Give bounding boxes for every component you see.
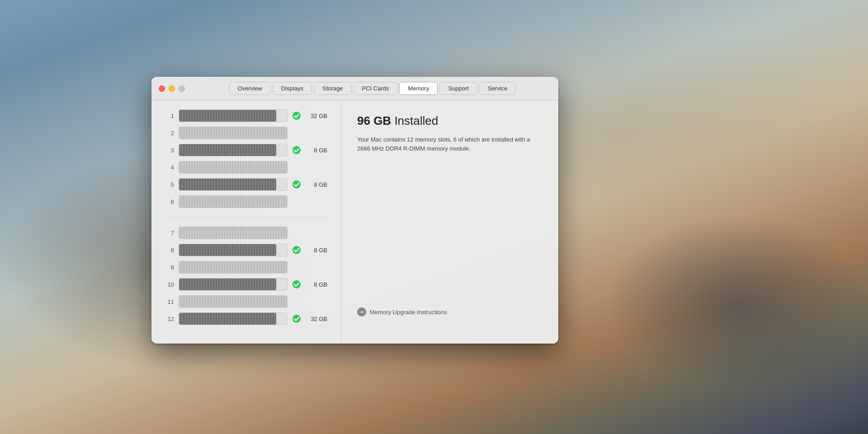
- memory-upgrade-link[interactable]: ➞ Memory Upgrade Instructions: [357, 307, 447, 316]
- slot-number-12: 12: [165, 316, 174, 322]
- svg-point-0: [292, 112, 301, 120]
- system-information-window: OverviewDisplaysStoragePCI CardsMemorySu…: [151, 77, 558, 344]
- slot-size-4: —: [306, 164, 327, 171]
- memory-slot-8: 8 8 GB: [165, 244, 327, 256]
- tab-support[interactable]: Support: [439, 82, 477, 95]
- slot-bar-7: [179, 226, 288, 239]
- slot-size-7: —: [306, 230, 327, 236]
- memory-slot-6: 6—: [165, 195, 327, 208]
- memory-slot-4: 4—: [165, 161, 327, 174]
- memory-slot-9: 9—: [165, 261, 327, 274]
- memory-total-heading: 96 GB Installed: [357, 114, 542, 128]
- upgrade-link-label: Memory Upgrade Instructions: [370, 309, 447, 316]
- slot-checkmark-12: [292, 314, 301, 323]
- tab-service[interactable]: Service: [479, 82, 516, 95]
- slot-bar-2: [179, 127, 288, 139]
- slot-checkmark-1: [292, 111, 301, 120]
- slot-number-10: 10: [165, 281, 174, 288]
- tab-overview[interactable]: Overview: [229, 82, 271, 95]
- slot-size-5: 8 GB: [306, 181, 327, 188]
- slot-bar-4: [179, 161, 288, 174]
- memory-group-1: 1 32 GB2—3 8 GB4—5 8 GB6—: [165, 109, 327, 208]
- slot-bar-8: [179, 244, 288, 256]
- memory-description: Your Mac contains 12 memory slots, 6 of …: [357, 135, 542, 153]
- slot-bar-10: [179, 278, 288, 291]
- svg-point-1: [292, 146, 301, 154]
- tab-memory[interactable]: Memory: [399, 82, 438, 95]
- slot-size-3: 8 GB: [306, 147, 327, 154]
- memory-slot-1: 1 32 GB: [165, 109, 327, 122]
- slot-number-9: 9: [165, 264, 174, 271]
- slot-size-1: 32 GB: [306, 113, 327, 119]
- slot-checkmark-8: [292, 245, 301, 255]
- slot-number-2: 2: [165, 130, 174, 137]
- slot-bar-12: [179, 312, 288, 325]
- slot-size-2: —: [306, 130, 327, 137]
- memory-group-2: 7—8 8 GB9—10 8 GB11—12 32 GB: [165, 217, 327, 325]
- memory-info-panel: 96 GB Installed Your Mac contains 12 mem…: [341, 100, 558, 344]
- memory-slot-5: 5 8 GB: [165, 178, 327, 191]
- slot-bar-9: [179, 261, 288, 274]
- slot-number-8: 8: [165, 247, 174, 254]
- memory-slot-3: 3 8 GB: [165, 144, 327, 156]
- slot-size-8: 8 GB: [306, 247, 327, 254]
- window-content: 1 32 GB2—3 8 GB4—5 8 GB6—7—8 8 GB9—10 8 …: [151, 100, 558, 344]
- tab-storage[interactable]: Storage: [314, 82, 352, 95]
- slot-bar-5: [179, 178, 288, 191]
- minimize-button[interactable]: [169, 85, 175, 92]
- slot-size-11: —: [306, 298, 327, 305]
- slot-number-1: 1: [165, 113, 174, 119]
- traffic-lights: [159, 85, 185, 92]
- svg-point-5: [292, 315, 301, 323]
- slot-bar-3: [179, 144, 288, 156]
- titlebar: OverviewDisplaysStoragePCI CardsMemorySu…: [151, 77, 558, 100]
- close-button[interactable]: [159, 85, 165, 92]
- slot-number-3: 3: [165, 147, 174, 154]
- slot-size-6: —: [306, 198, 327, 205]
- slot-checkmark-5: [292, 180, 301, 189]
- svg-point-3: [292, 246, 301, 254]
- slot-bar-1: [179, 109, 288, 122]
- tab-bar: OverviewDisplaysStoragePCI CardsMemorySu…: [194, 82, 551, 95]
- memory-slot-11: 11—: [165, 295, 327, 308]
- memory-slot-7: 7—: [165, 226, 327, 239]
- memory-total-value: 96 GB: [357, 114, 391, 127]
- slot-number-7: 7: [165, 230, 174, 236]
- tab-displays[interactable]: Displays: [273, 82, 312, 95]
- installed-label: Installed: [394, 114, 438, 127]
- slot-number-6: 6: [165, 198, 174, 205]
- slot-checkmark-10: [292, 280, 301, 289]
- slot-number-11: 11: [165, 298, 174, 305]
- memory-slot-2: 2—: [165, 127, 327, 139]
- memory-slots-panel: 1 32 GB2—3 8 GB4—5 8 GB6—7—8 8 GB9—10 8 …: [151, 100, 341, 344]
- tab-pci-cards[interactable]: PCI Cards: [354, 82, 398, 95]
- slot-bar-11: [179, 295, 288, 308]
- maximize-button[interactable]: [179, 85, 185, 92]
- slot-number-4: 4: [165, 164, 174, 171]
- svg-point-4: [292, 280, 301, 288]
- slot-bar-6: [179, 195, 288, 208]
- slot-size-10: 8 GB: [306, 281, 327, 288]
- memory-slot-10: 10 8 GB: [165, 278, 327, 291]
- slot-size-9: —: [306, 264, 327, 271]
- slot-checkmark-3: [292, 146, 301, 155]
- arrow-circle-icon: ➞: [357, 307, 366, 316]
- svg-point-2: [292, 180, 301, 189]
- slot-number-5: 5: [165, 181, 174, 188]
- slot-size-12: 32 GB: [306, 316, 327, 322]
- memory-slot-12: 12 32 GB: [165, 312, 327, 325]
